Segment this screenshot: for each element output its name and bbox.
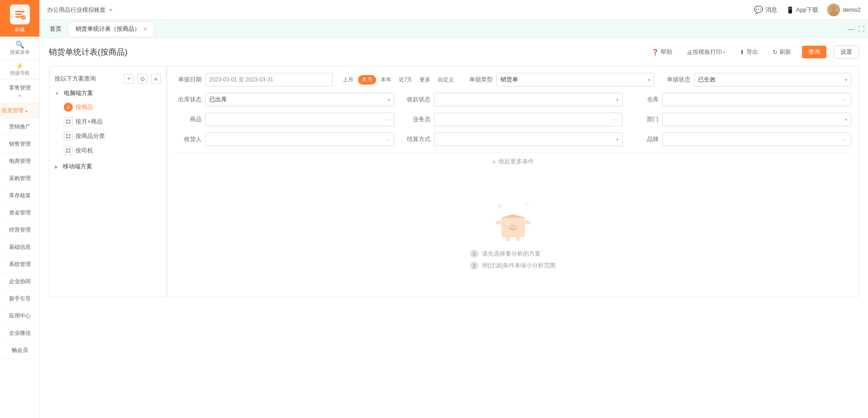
date-btn-this-year[interactable]: 本年 — [378, 75, 394, 85]
empty-illustration — [486, 197, 540, 242]
department-input[interactable]: ▾ — [662, 113, 851, 126]
app-download-button[interactable]: 📱 App下载 — [786, 6, 818, 14]
apps-label: 应用中心 — [9, 312, 31, 320]
sidebar-item-enterprise[interactable]: 企业协同 — [0, 273, 39, 290]
sidebar-item-wecom[interactable]: 企业微信 — [0, 325, 39, 342]
by-product-label: 按商品 — [75, 103, 93, 111]
payment-status-input[interactable]: ▾ — [434, 93, 623, 106]
doc-status-input[interactable]: 已生效 ▾ — [694, 73, 851, 86]
filter-add-button[interactable]: + — [124, 74, 134, 84]
tip2-text: 用[过滤]条件来缩小分析范围 — [482, 261, 556, 270]
sales-stat-tab-label: 销货单统计表（按商品） — [75, 25, 140, 33]
refresh-button[interactable]: ↻ 刷新 — [769, 46, 795, 58]
sidebar-item-marketing[interactable]: 营销推广 — [0, 119, 39, 136]
page-title-row: 销货单统计表(按商品) ❓ 帮助 🖨 按模板打印 ▾ ⬆ 导出 — [49, 45, 859, 59]
date-btn-more[interactable]: 更多 — [417, 75, 433, 85]
page-actions: ❓ 帮助 🖨 按模板打印 ▾ ⬆ 导出 ↻ 刷新 — [648, 45, 859, 59]
product-label: 商品 — [175, 115, 205, 124]
query-button[interactable]: 查询 — [802, 46, 826, 58]
doc-status-field: 单据状态 已生效 ▾ — [663, 73, 851, 86]
salesperson-input[interactable]: ··· — [434, 113, 623, 126]
enterprise-label: 企业协同 — [9, 278, 31, 285]
sidebar-search-item[interactable]: 🔍 搜索菜单 — [0, 37, 39, 60]
date-range-input[interactable]: 2023-03-01 至 2023-03-31 — [205, 73, 333, 86]
warehouse-dots-icon[interactable]: ··· — [842, 96, 847, 103]
date-btn-last-month[interactable]: 上月 — [340, 75, 356, 85]
sidebar-item-inventory[interactable]: 库存核算 — [0, 187, 39, 204]
help-button[interactable]: ❓ 帮助 — [648, 46, 676, 58]
tab-minimize-icon[interactable]: — — [848, 25, 854, 33]
salesperson-label: 业务员 — [403, 115, 434, 124]
date-btn-this-month[interactable]: 本月 — [358, 75, 376, 85]
ecommerce-label: 电商管理 — [9, 157, 31, 165]
export-label: 导出 — [746, 48, 758, 56]
sidebar-item-wholesale[interactable]: 批发管理 ▴ — [0, 103, 39, 119]
message-button[interactable]: 💬 消息 — [754, 5, 777, 14]
department-label: 部门 — [632, 115, 662, 124]
tree-item-by-month-product[interactable]: 按月+商品 — [49, 114, 166, 129]
svg-point-4 — [830, 11, 838, 16]
svg-point-17 — [498, 204, 501, 208]
sidebar-item-system[interactable]: 系统管理 — [0, 256, 39, 273]
export-icon: ⬆ — [740, 49, 745, 56]
doc-type-input[interactable]: 销货单 ▾ — [496, 73, 654, 86]
product-dots-icon[interactable]: ··· — [385, 116, 390, 123]
tab-home[interactable]: 首页 — [43, 22, 68, 36]
tab-close-icon[interactable]: ✕ — [143, 26, 147, 32]
wecom-label: 企业微信 — [9, 329, 31, 337]
sidebar-item-finance[interactable]: 资金管理 — [0, 204, 39, 222]
brand-dots-icon[interactable]: ··· — [842, 136, 847, 143]
tab-sales-stat[interactable]: 销货单统计表（按商品） ✕ — [69, 22, 154, 36]
empty-tips: 1 请先选择要分析的方案 2 用[过滤]条件来缩小分析范围 — [470, 250, 556, 270]
tab-maximize-icon[interactable]: ⛶ — [858, 25, 864, 33]
filter-edit-button[interactable]: ⊙ — [137, 74, 147, 84]
filter-collapse-button[interactable]: « — [151, 74, 161, 84]
salesperson-dots-icon[interactable]: ··· — [613, 116, 619, 123]
help-label: 帮助 — [660, 48, 672, 56]
sidebar-item-operations[interactable]: 经营管理 — [0, 222, 39, 239]
tree-item-by-category[interactable]: 按商品分类 — [49, 129, 166, 143]
sidebar-item-guide[interactable]: 新手引导 — [0, 290, 39, 308]
date-btn-7days[interactable]: 近7天 — [396, 75, 415, 85]
filter-row-1: 单据日期 2023-03-01 至 2023-03-31 上月 本月 本年 近7… — [175, 73, 851, 86]
sidebar-quicknav-item[interactable]: ⚡ 快捷导航 — [0, 60, 39, 80]
settlement-input[interactable]: ▾ — [434, 133, 623, 146]
message-label: 消息 — [765, 6, 777, 14]
tree-item-by-product[interactable]: 品 按商品 — [49, 100, 166, 114]
sidebar-item-sales[interactable]: 销售管理 — [0, 136, 39, 153]
out-status-input[interactable]: 已出库 ▾ — [205, 93, 394, 106]
filter-row-2: 出库状态 已出库 ▾ 收款状态 ▾ — [175, 93, 851, 106]
retail-label: 零售管理 — [9, 84, 31, 92]
collapse-more-button[interactable]: ∧ 收起更多条件 — [175, 152, 851, 170]
settings-button[interactable]: 设置 — [834, 45, 859, 59]
export-button[interactable]: ⬆ 导出 — [736, 46, 762, 58]
recipient-dots-icon[interactable]: ··· — [385, 136, 390, 143]
sidebar-item-apps[interactable]: 应用中心 — [0, 308, 39, 325]
tree-item-mobile[interactable]: ▶ 移动端方案 — [49, 160, 166, 173]
collapse-label: 收起更多条件 — [499, 157, 534, 166]
sidebar-item-member[interactable]: 畅会员 — [0, 342, 39, 359]
sidebar-item-basic[interactable]: 基础信息 — [0, 239, 39, 256]
date-btn-custom[interactable]: 自定义 — [435, 75, 457, 85]
warehouse-input[interactable]: ··· — [662, 93, 851, 106]
svg-point-26 — [516, 225, 518, 226]
svg-rect-12 — [69, 137, 71, 138]
user-profile-button[interactable]: demo2 — [827, 4, 861, 16]
brand-input[interactable]: ··· — [662, 133, 851, 146]
tree-item-pc[interactable]: ▼ 电脑端方案 — [49, 86, 166, 100]
doc-type-value: 销货单 — [500, 76, 518, 84]
sidebar-item-retail[interactable]: 零售管理 ▾ — [0, 80, 39, 103]
template-print-arrow-icon: ▾ — [723, 50, 725, 55]
sidebar-item-purchase[interactable]: 采购管理 — [0, 170, 39, 187]
tree-item-by-cashier[interactable]: 按司机 — [49, 143, 166, 158]
main-area: 办公用品行业模拟账套 ▾ 💬 消息 📱 App下载 de — [40, 0, 868, 418]
template-print-button[interactable]: 🖨 按模板打印 ▾ — [683, 46, 729, 58]
recipient-input[interactable]: ··· — [205, 133, 394, 146]
product-input[interactable]: ··· — [205, 113, 394, 126]
refresh-label: 刷新 — [779, 48, 791, 56]
logo-area[interactable]: 标账 — [0, 0, 39, 37]
sidebar-item-ecommerce[interactable]: 电商管理 — [0, 153, 39, 170]
out-status-field: 出库状态 已出库 ▾ — [175, 93, 394, 106]
svg-rect-28 — [516, 236, 520, 241]
product-field: 商品 ··· — [175, 113, 394, 126]
